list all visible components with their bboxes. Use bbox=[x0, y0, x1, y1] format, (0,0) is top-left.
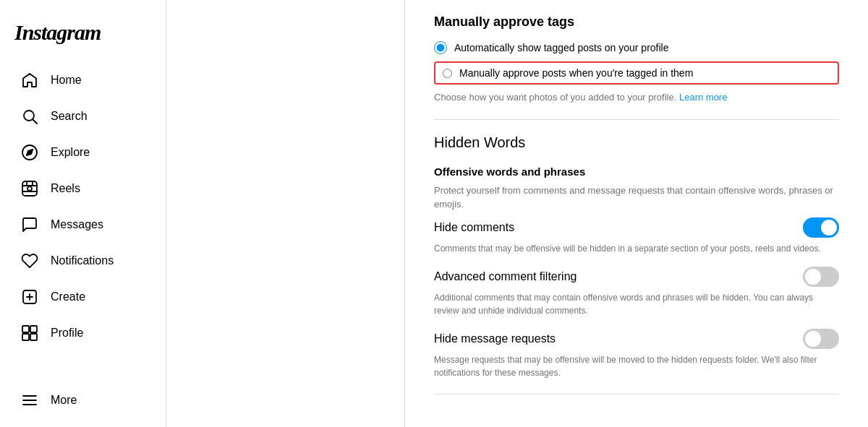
messages-icon bbox=[20, 215, 39, 234]
search-icon bbox=[20, 107, 39, 126]
tag-helper-text: Choose how you want photos of you added … bbox=[434, 90, 839, 105]
hide-comments-slider bbox=[803, 217, 839, 238]
sidebar: Instagram Home Search Explore bbox=[0, 0, 166, 427]
sidebar-item-search[interactable]: Search bbox=[6, 98, 160, 134]
sidebar-label-search: Search bbox=[51, 110, 88, 123]
instagram-logo: Instagram bbox=[0, 9, 166, 62]
sidebar-item-profile[interactable]: Profile bbox=[6, 315, 160, 351]
auto-show-label: Automatically show tagged posts on your … bbox=[454, 42, 669, 53]
offensive-description: Protect yourself from comments and messa… bbox=[434, 184, 839, 212]
create-icon bbox=[20, 288, 39, 306]
svg-marker-3 bbox=[27, 150, 33, 155]
hide-message-requests-slider bbox=[803, 329, 839, 349]
sidebar-label-create: Create bbox=[51, 290, 85, 303]
hide-message-requests-label: Hide message requests bbox=[434, 332, 556, 345]
hide-comments-description: Comments that may be offensive will be h… bbox=[434, 242, 839, 255]
divider-2 bbox=[434, 394, 839, 394]
hide-comments-toggle[interactable] bbox=[803, 217, 839, 238]
sidebar-item-messages[interactable]: Messages bbox=[6, 207, 160, 243]
sidebar-item-explore[interactable]: Explore bbox=[6, 134, 160, 171]
manually-approve-label: Manually approve posts when you're tagge… bbox=[459, 67, 693, 79]
sidebar-label-profile: Profile bbox=[51, 327, 83, 340]
notifications-icon bbox=[20, 251, 39, 270]
main-content: Manually approve tags Automatically show… bbox=[405, 0, 868, 427]
svg-rect-4 bbox=[22, 181, 37, 196]
profile-icon bbox=[20, 324, 39, 342]
sidebar-label-more: More bbox=[51, 394, 77, 407]
advanced-filter-toggle[interactable] bbox=[803, 267, 839, 287]
manually-approve-option[interactable]: Manually approve posts when you're tagge… bbox=[434, 61, 839, 85]
svg-rect-15 bbox=[22, 334, 29, 340]
svg-rect-16 bbox=[30, 334, 37, 340]
auto-show-option[interactable]: Automatically show tagged posts on your … bbox=[434, 41, 839, 54]
advanced-filter-label: Advanced comment filtering bbox=[434, 270, 576, 283]
learn-more-link[interactable]: Learn more bbox=[679, 92, 727, 103]
sidebar-item-create[interactable]: Create bbox=[6, 279, 160, 315]
manually-approve-title: Manually approve tags bbox=[434, 14, 839, 30]
svg-point-5 bbox=[27, 186, 32, 191]
sidebar-item-reels[interactable]: Reels bbox=[6, 171, 160, 207]
advanced-filter-row: Advanced comment filtering bbox=[434, 267, 839, 287]
sidebar-item-home[interactable]: Home bbox=[6, 62, 160, 98]
sidebar-label-messages: Messages bbox=[51, 218, 103, 231]
sidebar-item-more[interactable]: More bbox=[6, 382, 160, 418]
hide-message-requests-description: Message requests that may be offensive w… bbox=[434, 353, 839, 379]
divider-1 bbox=[434, 119, 839, 120]
hide-message-requests-row: Hide message requests bbox=[434, 329, 839, 349]
offensive-subtitle: Offensive words and phrases bbox=[434, 165, 839, 178]
sidebar-label-explore: Explore bbox=[51, 146, 90, 159]
hide-comments-row: Hide comments bbox=[434, 217, 839, 238]
home-icon bbox=[20, 71, 39, 90]
hide-comments-label: Hide comments bbox=[434, 221, 514, 234]
manually-approve-section: Manually approve tags Automatically show… bbox=[434, 14, 839, 105]
tag-radio-group: Automatically show tagged posts on your … bbox=[434, 41, 839, 85]
explore-icon bbox=[20, 143, 39, 162]
middle-panel bbox=[166, 0, 405, 427]
hidden-words-title: Hidden Words bbox=[434, 134, 839, 151]
more-icon bbox=[20, 391, 39, 410]
hide-message-requests-toggle[interactable] bbox=[803, 329, 839, 349]
auto-show-radio[interactable] bbox=[434, 41, 447, 54]
advanced-filter-description: Additional comments that may contain off… bbox=[434, 291, 839, 317]
svg-rect-13 bbox=[22, 326, 29, 332]
sidebar-label-reels: Reels bbox=[51, 182, 80, 195]
reels-icon bbox=[20, 179, 39, 198]
sidebar-item-notifications[interactable]: Notifications bbox=[6, 243, 160, 279]
manually-approve-radio[interactable] bbox=[443, 69, 452, 78]
hidden-words-section: Hidden Words Offensive words and phrases… bbox=[434, 134, 839, 379]
svg-line-1 bbox=[33, 120, 38, 124]
sidebar-label-home: Home bbox=[51, 74, 82, 87]
advanced-filter-slider bbox=[803, 267, 839, 287]
sidebar-label-notifications: Notifications bbox=[51, 254, 114, 267]
svg-rect-14 bbox=[30, 326, 37, 332]
